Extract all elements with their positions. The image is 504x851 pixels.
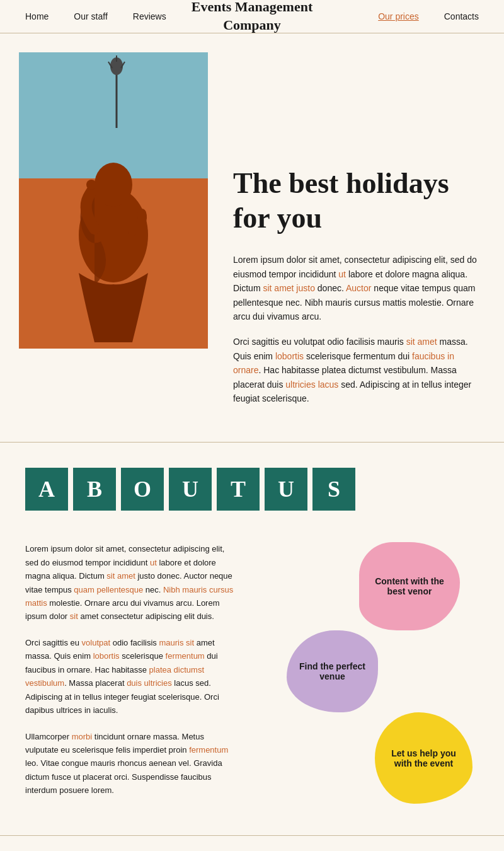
hero-title: The best holidays for you [233, 166, 479, 235]
about-letters: A B O U T U S [25, 468, 479, 511]
svg-point-8 [94, 163, 132, 207]
letter-O: O [121, 468, 164, 511]
about-link-9[interactable]: fermentum [166, 651, 205, 661]
about-link-13[interactable]: morbi [72, 732, 93, 741]
about-paragraph-3: Ullamcorper morbi tincidunt ornare massa… [25, 730, 239, 797]
hero-image [19, 52, 208, 349]
blob-help[interactable]: Let us help you with the event [375, 712, 472, 804]
about-link-5[interactable]: sit [70, 611, 78, 621]
hero-link-2[interactable]: sit amet justo [263, 283, 314, 293]
hero-link-1[interactable]: ut [338, 269, 346, 279]
nav-right: Our prices Contacts [378, 11, 479, 21]
hero-link-3[interactable]: Auctor [346, 283, 371, 293]
about-content: Lorem ipsum dolor sit amet, consectetur … [25, 542, 479, 835]
hero-link-7[interactable]: ultricies lacus [285, 379, 338, 390]
letter-A: A [25, 468, 68, 511]
site-title: Events ManagementCompany [192, 0, 312, 35]
blob-content[interactable]: Content with the best venor [359, 542, 460, 630]
hero-link-5[interactable]: lobortis [275, 351, 304, 361]
footer-icons-section [0, 835, 504, 851]
hero-content: The best holidays for you Lorem ipsum do… [233, 52, 479, 417]
about-link-2[interactable]: sit amet [106, 571, 135, 581]
letter-B: B [73, 468, 116, 511]
nav-contacts[interactable]: Contacts [444, 11, 479, 21]
letter-U2: U [265, 468, 307, 511]
nav-prices[interactable]: Our prices [378, 11, 419, 21]
letter-S: S [312, 468, 355, 511]
about-section: A B O U T U S Lorem ipsum dolor sit amet… [0, 442, 504, 835]
about-link-1[interactable]: ut [150, 558, 157, 567]
hero-link-4[interactable]: sit amet [406, 337, 437, 347]
hero-paragraph-1: Lorem ipsum dolor sit amet, consectetur … [233, 253, 479, 323]
about-link-11[interactable]: dictumst vestibulum [25, 665, 204, 688]
nav-left: Home Our staff Reviews [25, 11, 166, 21]
about-link-12[interactable]: duis ultricies [127, 678, 172, 688]
hero-link-6[interactable]: faucibus in ornare [233, 351, 454, 375]
about-paragraph-2: Orci sagittis eu volutpat odio facilisis… [25, 636, 239, 717]
svg-point-9 [86, 180, 96, 190]
about-blobs: Content with the best venor Find the per… [265, 542, 479, 809]
hero-section: The best holidays for you Lorem ipsum do… [0, 33, 504, 442]
nav-reviews[interactable]: Reviews [133, 11, 166, 21]
hero-paragraph-2: Orci sagittis eu volutpat odio facilisis… [233, 335, 479, 405]
about-link-8[interactable]: lobortis [93, 651, 120, 661]
nav-staff[interactable]: Our staff [74, 11, 107, 21]
nav-home[interactable]: Home [25, 11, 49, 21]
about-link-7[interactable]: mauris sit [159, 638, 194, 647]
letter-U: U [169, 468, 212, 511]
navigation: Home Our staff Reviews Events Management… [0, 0, 504, 33]
about-link-3[interactable]: quam pellentesque [74, 585, 143, 594]
about-paragraph-1: Lorem ipsum dolor sit amet, consectetur … [25, 542, 239, 623]
letter-T: T [217, 468, 260, 511]
about-link-10[interactable]: platea [149, 665, 171, 674]
blob-venue[interactable]: Find the perfect venue [287, 630, 378, 712]
about-link-14[interactable]: fermentum [189, 745, 228, 755]
about-text-column: Lorem ipsum dolor sit amet, consectetur … [25, 542, 252, 809]
about-link-6[interactable]: volutpat [82, 638, 111, 647]
